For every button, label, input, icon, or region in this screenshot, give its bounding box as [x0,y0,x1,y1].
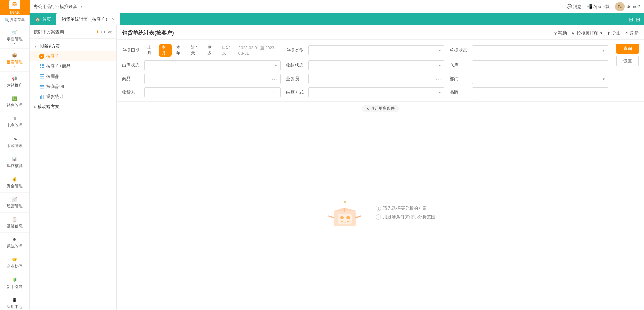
maximize-icon[interactable]: ⊞ [636,16,640,23]
retail-icon: 🛒 [11,29,18,36]
search-label: 搜索菜单 [10,17,25,22]
salesperson-dots-icon: ··· [436,76,442,82]
svg-point-16 [346,216,350,219]
scheme-by-customer-product[interactable]: 按客户+商品 [30,61,116,71]
refresh-btn[interactable]: ↻ 刷新 [625,30,639,36]
tab-home[interactable]: 🏠 首页 [30,13,56,25]
scheme-query-label: 按以下方案查询 [34,29,64,35]
warehouse-dots-icon: ··· [600,63,605,68]
empty-hint-2: 2 用过滤条件来缩小分析范围 [376,214,435,220]
sidebar-item-sales[interactable]: 💹 销售管理 [0,92,29,112]
svg-rect-9 [40,88,44,89]
sidebar-item-ecommerce[interactable]: 🖥 电商管理 [0,112,29,132]
department-select[interactable]: ▼ [472,74,608,84]
tab-close-icon[interactable]: ✕ [112,17,115,22]
message-btn[interactable]: 💬 消息 [567,4,582,10]
date-tabs: 上月 本月 本年 近7天 更多 自定义 2023-03-01 至 2023-03… [144,44,281,57]
svg-rect-0 [40,64,41,66]
warehouse-select[interactable]: ··· [472,60,608,70]
sidebar-item-system[interactable]: ⚙ 系统管理 [0,233,29,253]
collapse-panel-btn[interactable]: ≪ [107,29,112,35]
cooperation-icon: 🤝 [11,256,18,263]
receipt-status-select[interactable]: ▼ [308,60,445,70]
sidebar-item-appstore[interactable]: 📱 应用中心 [0,293,29,310]
query-buttons: 查询 设置 [616,44,639,66]
warehouse-label: 仓库 [450,62,470,68]
sidebar-item-cooperation[interactable]: 🤝 企业协同 [0,253,29,273]
newbie-icon: 🔰 [11,276,18,283]
inventory-icon: 📊 [11,156,18,162]
doc-status-select[interactable]: ▼ [472,45,608,55]
top-bar-left: 办公用品行业模拟账套 ▼ [34,4,83,10]
out-status-label: 出库状态 [122,62,142,68]
brand-select[interactable]: ··· [472,87,608,97]
username: demo2 [627,4,640,9]
export-icon: ⬆ [607,31,611,36]
date-tab-this-year[interactable]: 本年 [173,44,186,57]
mobile-group-header[interactable]: ▶ 移动端方案 [30,102,116,112]
date-filter: 单据日期 上月 本月 本年 近7天 更多 自定义 2023-03-01 至 20… [122,44,281,57]
home-icon: 🏠 [35,17,40,22]
export-btn[interactable]: ⬆ 导出 [607,30,621,36]
sidebar-item-inventory[interactable]: 📊 库存核算 [0,152,29,172]
scheme-return-stats[interactable]: 退货统计 [30,92,116,102]
search-menu[interactable]: 🔍 搜索菜单 [0,15,29,25]
empty-state: 1 请先选择要分析的方案 2 用过滤条件来缩小分析范围 [117,115,644,310]
breadcrumb-dropdown-icon[interactable]: ▼ [80,5,83,8]
right-content: 销货单统计表(按客户) ? 帮助 🖨 按模板打印 ▼ ⬆ 导出 [117,25,644,310]
sidebar: 标账版 🔍 搜索菜单 🛒 零售管理 ▼ 📦 批发管理 ▲ 📢 营销推广 💹 销售… [0,0,30,310]
sidebar-item-wholesale[interactable]: 📦 批发管理 ▲ [0,49,29,72]
sidebar-logo[interactable]: 标账版 [0,0,30,15]
filter-area: 单据日期 上月 本月 本年 近7天 更多 自定义 2023-03-01 至 20… [117,40,644,102]
doc-type-dropdown-icon: ▼ [438,49,441,52]
return-stats-scheme-icon [39,94,44,99]
doc-type-select[interactable]: ▼ [308,45,445,55]
help-btn[interactable]: ? 帮助 [554,30,567,36]
app-download-btn[interactable]: 📲 App下载 [587,4,610,10]
tab-sales-stat[interactable]: 销货单统计表（按客户） ✕ [56,13,120,25]
sidebar-item-marketing[interactable]: 📢 营销推广 [0,72,29,92]
scheme-by-product[interactable]: 按商品 [30,71,116,82]
scheme-by-product-99[interactable]: 按商品99 [30,82,116,92]
date-tab-custom[interactable]: 自定义 [219,44,236,57]
settings-button[interactable]: 设置 [616,56,639,66]
svg-rect-2 [40,67,41,68]
sidebar-item-retail[interactable]: 🛒 零售管理 ▼ [0,25,29,49]
desktop-group-header[interactable]: ▼ 电脑端方案 [30,41,116,51]
sidebar-item-basic[interactable]: 📋 基础信息 [0,213,29,233]
mobile-group: ▶ 移动端方案 [30,102,116,112]
recipient-select[interactable]: ··· [144,87,281,97]
sidebar-item-operations[interactable]: 📈 经营管理 [0,193,29,213]
left-panel-header: 按以下方案查询 + ⚙ ≪ [30,25,116,39]
out-status-dropdown-icon: ▼ [274,64,278,67]
date-tab-this-month[interactable]: 本月 [159,44,172,57]
query-button[interactable]: 查询 [616,44,639,54]
settlement-select[interactable]: ▼ [308,87,445,97]
department-dropdown-icon: ▼ [602,77,605,81]
out-status-select[interactable]: ▼ [144,60,281,70]
settlement-filter: 结算方式 ▼ [286,87,445,97]
user-profile[interactable]: Ea demo2 [615,2,640,11]
minimize-icon[interactable]: ⊟ [629,16,633,23]
settings-scheme-btn[interactable]: ⚙ [101,29,105,35]
doc-type-filter: 单据类型 ▼ [286,45,445,55]
sidebar-item-purchase[interactable]: 🛍 采购管理 [0,132,29,152]
scheme-by-customer[interactable]: ● 按客户 [30,51,116,61]
appstore-icon: 📱 [11,297,18,303]
recipient-filter: 收货人 ··· [122,87,281,97]
salesperson-select[interactable]: ··· [308,74,445,84]
page-title: 销货单统计表(按客户) [122,30,174,37]
collapse-more-btn[interactable]: ∧ 收起更多条件 [362,105,399,112]
svg-rect-12 [43,95,44,99]
date-tab-last-month[interactable]: 上月 [144,44,157,57]
date-tab-last-7[interactable]: 近7天 [188,44,203,57]
template-print-btn[interactable]: 🖨 按模板打印 ▼ [571,30,603,36]
sidebar-item-newbie[interactable]: 🔰 新手引导 [0,273,29,293]
date-tab-more[interactable]: 更多 [204,44,217,57]
sidebar-item-finance[interactable]: 💰 资金管理 [0,172,29,193]
add-scheme-btn[interactable]: + [96,29,99,35]
product-select[interactable]: ··· [144,74,281,84]
salesperson-filter: 业务员 ··· [286,74,445,84]
ecommerce-icon: 🖥 [11,115,18,122]
date-range-text: 2023-03-01 至 2023-03-31 [238,45,281,56]
